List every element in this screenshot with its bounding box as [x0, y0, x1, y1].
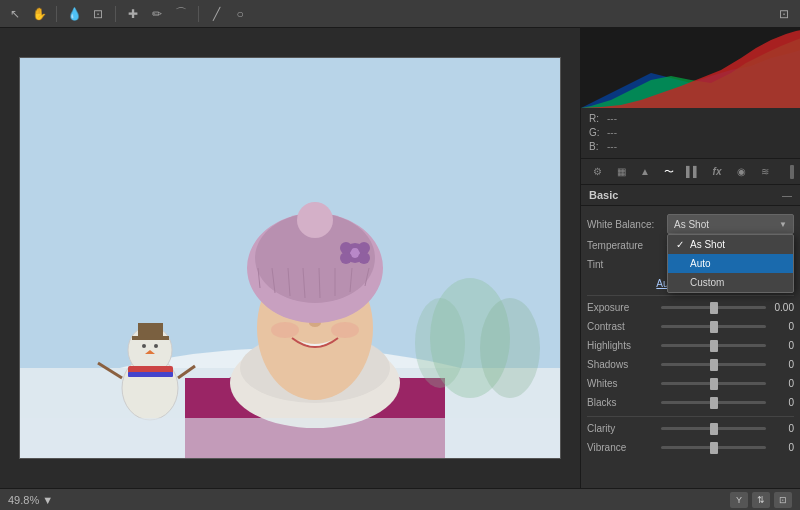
contrast-track[interactable]	[661, 325, 766, 328]
tint-label: Tint	[587, 259, 667, 270]
whites-value: 0	[766, 378, 794, 389]
fx-panel-tool[interactable]: fx	[707, 162, 727, 182]
highlights-label: Highlights	[587, 340, 661, 351]
blacks-thumb[interactable]	[710, 397, 718, 409]
r-row: R: ---	[589, 112, 792, 126]
wb-label: White Balance:	[587, 219, 667, 230]
svg-rect-11	[128, 372, 173, 377]
blacks-row: Blacks 0	[587, 397, 794, 408]
brush-tool[interactable]: ✏	[148, 5, 166, 23]
triangle-panel-tool[interactable]: ▲	[635, 162, 655, 182]
wb-option-custom[interactable]: Custom	[668, 273, 793, 292]
svg-rect-43	[20, 418, 560, 458]
highlights-track[interactable]	[661, 344, 766, 347]
contrast-thumb[interactable]	[710, 321, 718, 333]
white-balance-row: White Balance: As Shot ▼ ✓ As Shot Auto	[587, 214, 794, 234]
tool-separator-2	[115, 6, 116, 22]
shadows-row: Shadows 0	[587, 359, 794, 370]
histogram-chart	[581, 28, 800, 108]
wb-custom-label: Custom	[690, 277, 724, 288]
b-value: ---	[607, 140, 617, 154]
transfer-icon[interactable]: ⇅	[752, 492, 770, 508]
blacks-slider-wrap	[661, 401, 766, 404]
whites-thumb[interactable]	[710, 378, 718, 390]
expand-icon[interactable]: ⊡	[774, 4, 794, 24]
highlights-row: Highlights 0	[587, 340, 794, 351]
top-toolbar: ↖ ✋ 💧 ⊡ ✚ ✏ ⌒ ╱ ○ ⊡	[0, 0, 800, 28]
vibrance-slider-wrap	[661, 446, 766, 449]
wb-selected-value: As Shot	[674, 219, 709, 230]
contrast-label: Contrast	[587, 321, 661, 332]
hand-tool[interactable]: ✋	[30, 5, 48, 23]
y-icon[interactable]: Y	[730, 492, 748, 508]
settings-panel-tool[interactable]: ⚙	[587, 162, 607, 182]
svg-rect-6	[132, 336, 169, 340]
divider-1	[587, 295, 794, 296]
clarity-thumb[interactable]	[710, 423, 718, 435]
exposure-value: 0.00	[766, 302, 794, 313]
photo-container	[19, 57, 561, 459]
vibrance-track[interactable]	[661, 446, 766, 449]
shadows-label: Shadows	[587, 359, 661, 370]
temperature-label: Temperature	[587, 240, 667, 251]
wb-dropdown[interactable]: As Shot ▼	[667, 214, 794, 234]
svg-point-46	[415, 298, 465, 388]
g-label: G:	[589, 126, 603, 140]
divider-2	[587, 416, 794, 417]
shadows-track[interactable]	[661, 363, 766, 366]
contrast-slider-wrap	[661, 325, 766, 328]
shadows-thumb[interactable]	[710, 359, 718, 371]
exposure-slider-wrap	[661, 306, 766, 309]
line-tool[interactable]: ╱	[207, 5, 225, 23]
panel-scrollbar	[790, 165, 794, 179]
grid-panel-tool[interactable]: ▦	[611, 162, 631, 182]
curve-panel-tool[interactable]: 〜	[659, 162, 679, 182]
wb-auto-label: Auto	[690, 258, 711, 269]
section-collapse-icon[interactable]: —	[782, 190, 792, 201]
wb-dropdown-menu[interactable]: ✓ As Shot Auto Custom	[667, 234, 794, 293]
blacks-value: 0	[766, 397, 794, 408]
svg-point-42	[331, 322, 359, 338]
status-icons: Y ⇅ ⊡	[730, 492, 792, 508]
whites-track[interactable]	[661, 382, 766, 385]
blacks-track[interactable]	[661, 401, 766, 404]
vibrance-thumb[interactable]	[710, 442, 718, 454]
heal-tool[interactable]: ✚	[124, 5, 142, 23]
camera-panel-tool[interactable]: ◉	[731, 162, 751, 182]
photo-svg	[20, 58, 560, 458]
bars-panel-tool[interactable]: ▌▌	[683, 162, 703, 182]
wb-option-auto[interactable]: Auto	[668, 254, 793, 273]
svg-point-26	[297, 202, 333, 238]
highlights-thumb[interactable]	[710, 340, 718, 352]
svg-point-7	[142, 344, 146, 348]
oval-tool[interactable]: ○	[231, 5, 249, 23]
b-row: B: ---	[589, 140, 792, 154]
shadows-value: 0	[766, 359, 794, 370]
detail-panel-tool[interactable]: ≋	[755, 162, 775, 182]
r-value: ---	[607, 112, 617, 126]
eyedropper-tool[interactable]: 💧	[65, 5, 83, 23]
canvas-area[interactable]	[0, 28, 580, 488]
right-panel: R: --- G: --- B: --- ⚙ ▦ ▲ 〜 ▌▌ fx ◉ ≋	[580, 28, 800, 488]
contrast-value: 0	[766, 321, 794, 332]
exposure-track[interactable]	[661, 306, 766, 309]
zoom-value: 49.8%	[8, 494, 39, 506]
r-label: R:	[589, 112, 603, 126]
expand-status-icon[interactable]: ⊡	[774, 492, 792, 508]
contrast-row: Contrast 0	[587, 321, 794, 332]
clarity-track[interactable]	[661, 427, 766, 430]
pointer-tool[interactable]: ↖	[6, 5, 24, 23]
wb-option-as-shot[interactable]: ✓ As Shot	[668, 235, 793, 254]
exposure-thumb[interactable]	[710, 302, 718, 314]
basic-section-header[interactable]: Basic —	[581, 185, 800, 206]
highlights-value: 0	[766, 340, 794, 351]
exposure-row: Exposure 0.00	[587, 302, 794, 313]
vibrance-value: 0	[766, 442, 794, 453]
curve-adj-tool[interactable]: ⌒	[172, 5, 190, 23]
panel-content: White Balance: As Shot ▼ ✓ As Shot Auto	[581, 206, 800, 488]
svg-point-45	[480, 298, 540, 398]
tool-separator-1	[56, 6, 57, 22]
rgb-values: R: --- G: --- B: ---	[581, 108, 800, 159]
crop-tool[interactable]: ⊡	[89, 5, 107, 23]
zoom-dropdown-icon[interactable]: ▼	[42, 494, 53, 506]
